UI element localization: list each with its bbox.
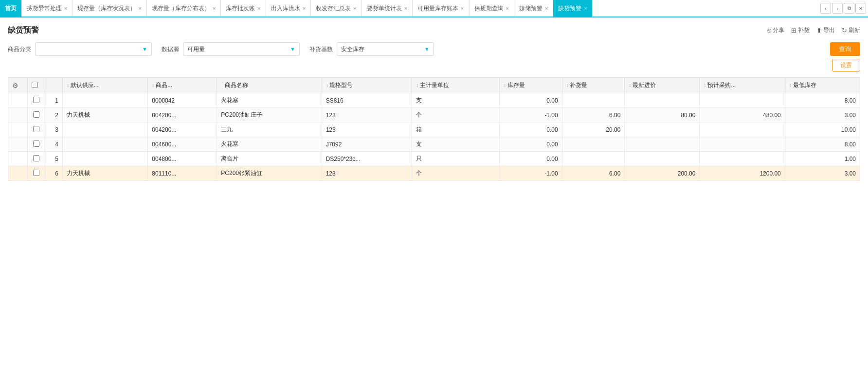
tab-overstock-close[interactable]: × xyxy=(545,5,548,11)
query-button[interactable]: 查询 xyxy=(830,42,860,56)
row-checkbox-cell[interactable] xyxy=(28,93,45,108)
col-spec-header[interactable]: 规格型号 xyxy=(322,78,412,93)
category-select[interactable]: ▼ xyxy=(35,42,152,56)
row-checkbox-2[interactable] xyxy=(33,126,39,132)
row-checkbox-4[interactable] xyxy=(33,155,39,161)
tab-summary-label: 收发存汇总表 xyxy=(316,4,351,13)
table-row[interactable]: 6 力天机械 801110... PC200张紧油缸 123 个 -1.00 6… xyxy=(8,166,860,181)
window-close-btn[interactable]: ✕ xyxy=(855,3,866,14)
row-est-purchase xyxy=(700,152,785,166)
tab-shortage[interactable]: 缺货预警 × xyxy=(553,0,592,17)
row-settings-cell xyxy=(8,123,28,137)
tab-overstock[interactable]: 超储预警 × xyxy=(514,0,553,17)
row-checkbox-cell[interactable] xyxy=(28,152,45,166)
col-product-name-label: 商品名称 xyxy=(225,82,248,88)
row-stock: 0.00 xyxy=(499,93,562,108)
row-settings-cell xyxy=(8,152,28,166)
row-checkbox-3[interactable] xyxy=(33,141,39,147)
tab-inv1-close[interactable]: × xyxy=(138,5,141,11)
replenish-base-select[interactable]: 安全库存 ▼ xyxy=(337,42,434,56)
col-replenish-header[interactable]: 补货量 xyxy=(562,78,625,93)
tab-order-close[interactable]: × xyxy=(404,5,407,11)
row-supplier xyxy=(63,123,148,137)
tab-inv2-close[interactable]: × xyxy=(213,5,216,11)
refresh-button[interactable]: ↻ 刷新 xyxy=(842,26,860,35)
category-filter-group: 商品分类 ▼ xyxy=(8,42,152,56)
table-row[interactable]: 1 0000042 火花塞 SS816 支 0.00 8.00 xyxy=(8,93,860,108)
col-checkbox-header xyxy=(28,78,45,93)
share-icon: ⎋ xyxy=(767,27,771,34)
row-checkbox-cell[interactable] xyxy=(28,166,45,181)
tab-inv1[interactable]: 现存量（库存状况表） × xyxy=(72,0,146,17)
col-latest-price-header[interactable]: 最新进价 xyxy=(625,78,700,93)
tab-next-btn[interactable]: › xyxy=(832,3,843,14)
col-product-code-header[interactable]: 商品... xyxy=(148,78,217,93)
table-row[interactable]: 3 004200... 三九 123 箱 0.00 20.00 10.00 xyxy=(8,123,860,137)
tab-prev-btn[interactable]: ‹ xyxy=(820,3,831,14)
export-icon: ⬆ xyxy=(816,27,822,34)
window-restore-btn[interactable]: ⧉ xyxy=(844,3,854,14)
export-button[interactable]: ⬆ 导出 xyxy=(816,26,835,35)
row-index: 6 xyxy=(45,166,63,181)
tab-batch-close[interactable]: × xyxy=(257,5,260,11)
row-checkbox-cell[interactable] xyxy=(28,123,45,137)
filter-area: 商品分类 ▼ 数据源 可用量 ▼ 补货基数 安全库存 ▼ xyxy=(8,42,860,71)
col-unit-header[interactable]: 主计量单位 xyxy=(412,78,500,93)
tab-summary-close[interactable]: × xyxy=(353,5,356,11)
tab-batch[interactable]: 库存批次账 × xyxy=(221,0,266,17)
row-supplier xyxy=(63,137,148,152)
row-latest-price: 80.00 xyxy=(625,108,700,123)
table-settings-icon[interactable]: ⚙ xyxy=(12,82,18,89)
tab-home[interactable]: 首页 xyxy=(0,0,22,17)
row-product-name: 火花塞 xyxy=(217,137,322,152)
row-product-name: 三九 xyxy=(217,123,322,137)
row-checkbox-1[interactable] xyxy=(33,111,39,118)
settings-button[interactable]: 设置 xyxy=(832,59,860,71)
tab-inv2[interactable]: 现存量（库存分布表） × xyxy=(147,0,221,17)
col-latest-price-label: 最新进价 xyxy=(633,82,656,88)
tab-avail[interactable]: 可用量库存账本 × xyxy=(413,0,469,17)
row-replenish-qty xyxy=(562,93,625,108)
col-product-name-header[interactable]: 商品名称 xyxy=(217,78,322,93)
col-min-stock-header[interactable]: 最低库存 xyxy=(785,78,860,93)
datasource-select[interactable]: 可用量 ▼ xyxy=(183,42,300,56)
table-row[interactable]: 5 004800... 离合片 DS250*23c... 只 0.00 1.00 xyxy=(8,152,860,166)
tab-flow[interactable]: 出入库流水 × xyxy=(266,0,311,17)
row-min-stock: 8.00 xyxy=(785,93,860,108)
row-checkbox-cell[interactable] xyxy=(28,108,45,123)
tab-shortage-close[interactable]: × xyxy=(584,5,587,11)
row-checkbox-cell[interactable] xyxy=(28,137,45,152)
refresh-icon: ↻ xyxy=(842,27,847,34)
tab-pick-close[interactable]: × xyxy=(64,5,67,11)
tab-expire-close[interactable]: × xyxy=(506,5,509,11)
tab-avail-close[interactable]: × xyxy=(461,5,464,11)
tab-expire-label: 保质期查询 xyxy=(474,4,504,13)
category-dropdown-icon: ▼ xyxy=(142,46,147,52)
row-settings-cell xyxy=(8,93,28,108)
row-checkbox-5[interactable] xyxy=(33,170,39,176)
tab-flow-close[interactable]: × xyxy=(303,5,306,11)
select-all-checkbox[interactable] xyxy=(32,82,38,88)
tab-order[interactable]: 要货单统计表 × xyxy=(362,0,413,17)
col-stock-header[interactable]: 库存量 xyxy=(499,78,562,93)
row-latest-price: 200.00 xyxy=(625,166,700,181)
replenish-base-value: 安全库存 xyxy=(341,45,364,53)
row-supplier xyxy=(63,152,148,166)
tab-expire[interactable]: 保质期查询 × xyxy=(470,0,514,17)
col-supplier-header[interactable]: 默认供应... xyxy=(63,78,148,93)
tab-summary[interactable]: 收发存汇总表 × xyxy=(311,0,362,17)
table-header: ⚙ 默认供应... 商品... 商品名称 规格型号 xyxy=(8,78,860,93)
tab-pick-label: 拣货异常处理 xyxy=(27,4,62,13)
col-est-purchase-header[interactable]: 预计采购... xyxy=(700,78,785,93)
filter-groups: 商品分类 ▼ 数据源 可用量 ▼ 补货基数 安全库存 ▼ xyxy=(8,42,830,56)
row-unit: 个 xyxy=(412,166,500,181)
row-supplier: 力天机械 xyxy=(63,166,148,181)
replenish-base-dropdown-icon: ▼ xyxy=(424,46,430,52)
table-row[interactable]: 2 力天机械 004200... PC200油缸庄子 123 个 -1.00 6… xyxy=(8,108,860,123)
replenish-button[interactable]: ⊞ 补货 xyxy=(791,26,810,35)
share-button[interactable]: ⎋ 分享 xyxy=(767,26,784,35)
tab-pick[interactable]: 拣货异常处理 × xyxy=(22,0,72,17)
table-row[interactable]: 4 004600... 火花塞 J7092 支 0.00 8.00 xyxy=(8,137,860,152)
tab-shortage-label: 缺货预警 xyxy=(558,4,581,13)
row-checkbox-0[interactable] xyxy=(33,97,39,103)
